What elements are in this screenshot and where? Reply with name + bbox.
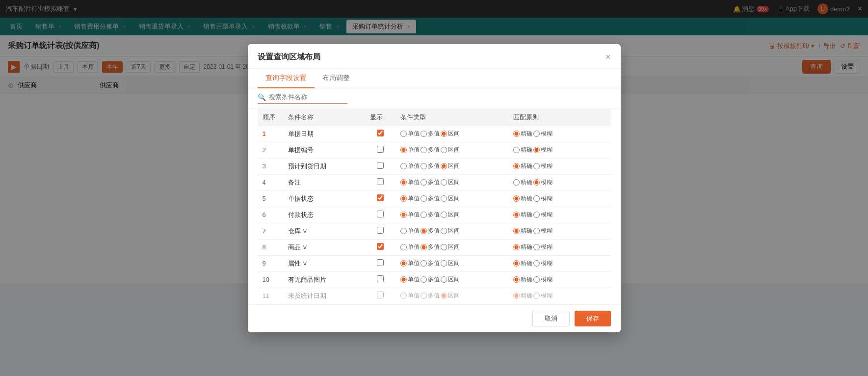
type-radio-单值-9[interactable] xyxy=(400,260,407,267)
type-radio-多值-2[interactable] xyxy=(421,147,427,153)
match-radio-模糊-3[interactable] xyxy=(533,163,540,169)
dialog-tab-layout[interactable]: 布局调整 xyxy=(315,69,358,88)
type-option-多值-10[interactable]: 多值 xyxy=(421,275,440,283)
type-radio-单值-6[interactable] xyxy=(400,212,407,218)
type-option-单值-2[interactable]: 单值 xyxy=(400,146,420,154)
match-radio-精确-6[interactable] xyxy=(513,212,520,218)
match-option-精确-6[interactable]: 精确 xyxy=(513,211,532,219)
type-option-多值-8[interactable]: 多值 xyxy=(421,243,440,251)
match-radio-模糊-8[interactable] xyxy=(533,244,540,250)
match-radio-精确-8[interactable] xyxy=(513,244,520,250)
match-radio-精确-2[interactable] xyxy=(513,147,520,153)
show-checkbox-1[interactable] xyxy=(377,130,384,136)
match-option-精确-8[interactable]: 精确 xyxy=(513,243,532,251)
type-radio-单值-5[interactable] xyxy=(400,195,407,202)
match-option-精确-10[interactable]: 精确 xyxy=(513,275,532,283)
type-option-多值-2[interactable]: 多值 xyxy=(421,146,440,154)
type-radio-多值-10[interactable] xyxy=(421,276,427,283)
type-radio-区间-1[interactable] xyxy=(441,131,447,137)
match-radio-精确-9[interactable] xyxy=(513,260,520,267)
type-option-多值-5[interactable]: 多值 xyxy=(421,194,440,203)
type-radio-多值-7[interactable] xyxy=(421,228,427,234)
type-option-多值-4[interactable]: 多值 xyxy=(421,178,440,187)
match-option-模糊-2[interactable]: 模糊 xyxy=(533,146,552,154)
type-option-单值-4[interactable]: 单值 xyxy=(400,178,420,187)
type-option-单值-6[interactable]: 单值 xyxy=(400,211,420,219)
type-option-多值-7[interactable]: 多值 xyxy=(421,227,440,235)
type-option-单值-5[interactable]: 单值 xyxy=(400,194,420,203)
type-option-单值-9[interactable]: 单值 xyxy=(400,259,420,268)
type-radio-区间-8[interactable] xyxy=(441,244,447,250)
match-option-模糊-5[interactable]: 模糊 xyxy=(533,194,552,203)
type-radio-区间-9[interactable] xyxy=(441,260,447,267)
show-checkbox-8[interactable] xyxy=(377,243,384,250)
type-option-区间-2[interactable]: 区间 xyxy=(441,146,460,154)
type-radio-单值-7[interactable] xyxy=(400,228,407,234)
type-radio-多值-9[interactable] xyxy=(421,260,427,267)
match-radio-精确-5[interactable] xyxy=(513,195,520,202)
type-option-区间-4[interactable]: 区间 xyxy=(441,178,460,187)
type-radio-区间-6[interactable] xyxy=(441,212,447,218)
type-option-区间-8[interactable]: 区间 xyxy=(441,243,460,251)
match-option-精确-2[interactable]: 精确 xyxy=(513,146,532,154)
type-radio-多值-8[interactable] xyxy=(421,244,427,250)
type-radio-区间-3[interactable] xyxy=(441,163,447,169)
type-radio-区间-2[interactable] xyxy=(441,147,447,153)
match-radio-模糊-2[interactable] xyxy=(533,147,540,153)
type-radio-区间-7[interactable] xyxy=(441,228,447,234)
type-radio-多值-6[interactable] xyxy=(421,212,427,218)
type-radio-单值-10[interactable] xyxy=(400,276,407,283)
type-radio-区间-10[interactable] xyxy=(441,276,447,283)
match-radio-精确-7[interactable] xyxy=(513,228,520,234)
match-option-模糊-4[interactable]: 模糊 xyxy=(533,178,552,187)
match-radio-精确-1[interactable] xyxy=(513,131,520,137)
type-option-单值-8[interactable]: 单值 xyxy=(400,243,420,251)
type-option-区间-10[interactable]: 区间 xyxy=(441,275,460,283)
type-radio-单值-1[interactable] xyxy=(400,131,407,137)
search-input[interactable] xyxy=(269,93,347,101)
type-radio-多值-1[interactable] xyxy=(421,131,427,137)
match-radio-模糊-9[interactable] xyxy=(533,260,540,267)
type-option-区间-7[interactable]: 区间 xyxy=(441,227,460,235)
type-radio-单值-4[interactable] xyxy=(400,179,407,186)
show-checkbox-5[interactable] xyxy=(377,194,384,201)
type-radio-多值-4[interactable] xyxy=(421,179,427,186)
type-radio-单值-2[interactable] xyxy=(400,147,407,153)
type-radio-多值-5[interactable] xyxy=(421,195,427,202)
match-radio-精确-3[interactable] xyxy=(513,163,520,169)
match-option-精确-1[interactable]: 精确 xyxy=(513,130,532,138)
type-option-区间-6[interactable]: 区间 xyxy=(441,211,460,219)
show-checkbox-10[interactable] xyxy=(377,275,384,282)
type-option-单值-3[interactable]: 单值 xyxy=(400,162,420,170)
match-radio-模糊-5[interactable] xyxy=(533,195,540,202)
type-option-区间-5[interactable]: 区间 xyxy=(441,194,460,203)
type-option-多值-9[interactable]: 多值 xyxy=(421,259,440,268)
show-checkbox-6[interactable] xyxy=(377,211,384,217)
match-option-精确-4[interactable]: 精确 xyxy=(513,178,532,187)
match-radio-模糊-10[interactable] xyxy=(533,276,540,283)
type-radio-区间-5[interactable] xyxy=(441,195,447,202)
type-option-单值-10[interactable]: 单值 xyxy=(400,275,420,283)
show-checkbox-9[interactable] xyxy=(377,259,384,266)
show-checkbox-4[interactable] xyxy=(377,178,384,185)
match-radio-精确-4[interactable] xyxy=(513,179,520,186)
match-radio-模糊-7[interactable] xyxy=(533,228,540,234)
type-option-多值-3[interactable]: 多值 xyxy=(421,162,440,170)
type-radio-单值-8[interactable] xyxy=(400,244,407,250)
match-radio-模糊-4[interactable] xyxy=(533,179,540,186)
type-option-区间-9[interactable]: 区间 xyxy=(441,259,460,268)
match-option-模糊-9[interactable]: 模糊 xyxy=(533,259,552,268)
type-option-多值-6[interactable]: 多值 xyxy=(421,211,440,219)
match-option-精确-9[interactable]: 精确 xyxy=(513,259,532,268)
match-radio-模糊-6[interactable] xyxy=(533,212,540,218)
show-checkbox-3[interactable] xyxy=(377,162,384,169)
type-option-多值-1[interactable]: 多值 xyxy=(421,130,440,138)
match-option-精确-5[interactable]: 精确 xyxy=(513,194,532,203)
show-checkbox-7[interactable] xyxy=(377,227,384,234)
match-option-精确-7[interactable]: 精确 xyxy=(513,227,532,235)
match-option-模糊-7[interactable]: 模糊 xyxy=(533,227,552,235)
type-radio-多值-3[interactable] xyxy=(421,163,427,169)
match-option-模糊-10[interactable]: 模糊 xyxy=(533,275,552,283)
match-option-模糊-3[interactable]: 模糊 xyxy=(533,162,552,170)
type-option-单值-1[interactable]: 单值 xyxy=(400,130,420,138)
